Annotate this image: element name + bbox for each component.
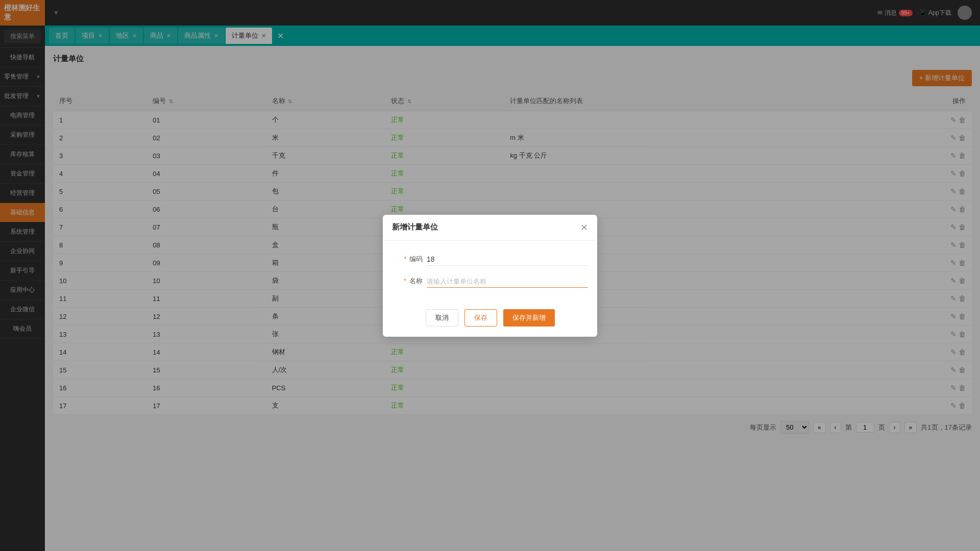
modal-close-button[interactable]: ✕ (580, 222, 588, 233)
code-label: * 编码 (392, 255, 423, 264)
code-input[interactable] (427, 253, 588, 266)
modal-body: * 编码 * 名称 (383, 241, 597, 305)
form-row-code: * 编码 (392, 253, 588, 266)
modal-overlay[interactable]: 新增计量单位 ✕ * 编码 * 名称 取消 保存 保存并新增 (0, 0, 980, 551)
save-button[interactable]: 保存 (464, 309, 497, 327)
cancel-button[interactable]: 取消 (426, 309, 458, 327)
form-row-name: * 名称 (392, 275, 588, 288)
name-input[interactable] (427, 275, 588, 288)
save-new-button[interactable]: 保存并新增 (503, 309, 555, 327)
required-mark: * (404, 255, 406, 263)
modal-add-unit: 新增计量单位 ✕ * 编码 * 名称 取消 保存 保存并新增 (383, 215, 597, 337)
required-mark: * (404, 277, 406, 285)
name-label: * 名称 (392, 277, 423, 286)
modal-header: 新增计量单位 ✕ (383, 215, 597, 241)
modal-title: 新增计量单位 (392, 222, 438, 232)
modal-footer: 取消 保存 保存并新增 (383, 305, 597, 337)
